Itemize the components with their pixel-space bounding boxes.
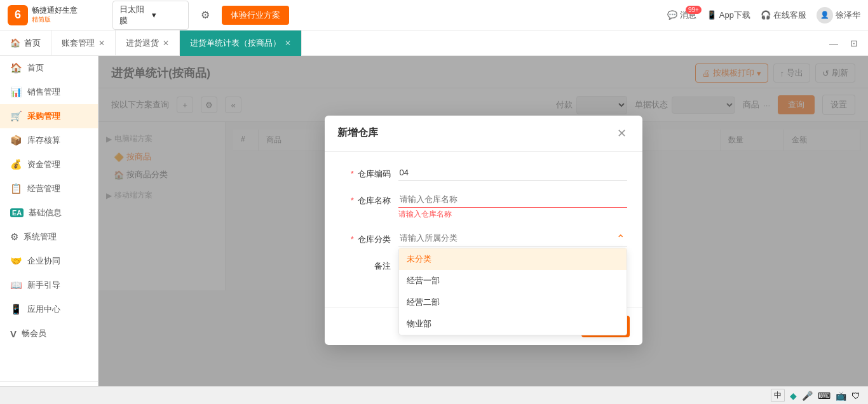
dropdown-item-2[interactable]: 经营二部 <box>399 292 627 313</box>
name-required-star: * <box>351 196 354 205</box>
name-input[interactable] <box>398 191 627 208</box>
system-icon: ⚙ <box>10 231 18 243</box>
sidebar-item-sales[interactable]: 📊 销售管理 <box>0 80 98 104</box>
home-sidebar-icon: 🏠 <box>10 62 22 74</box>
logo-text: 畅捷通好生意 <box>32 6 78 16</box>
appcenter-icon: 📱 <box>10 304 22 315</box>
dropdown-item-3[interactable]: 物业部 <box>399 313 627 335</box>
guide-icon: 📖 <box>10 279 22 291</box>
message-icon: 💬 <box>667 10 677 20</box>
zh-input-indicator[interactable]: 中 <box>771 389 785 402</box>
tab-purchase-stats[interactable]: 进货单统计表（按商品） ✕ <box>180 30 302 56</box>
keyboard-icon[interactable]: ⌨ <box>818 391 831 401</box>
code-field: * 仓库编码 <box>340 165 627 181</box>
sidebar-item-finance[interactable]: 💰 资金管理 <box>0 152 98 177</box>
sidebar-appcenter-label: 应用中心 <box>27 304 60 315</box>
sidebar-item-system[interactable]: ⚙ 系统管理 <box>0 225 98 249</box>
name-label: * 仓库名称 <box>340 191 391 206</box>
store-dropdown-icon: ▾ <box>152 10 182 20</box>
sidebar-item-vip[interactable]: V 畅会员 <box>0 321 98 346</box>
sidebar-item-inventory[interactable]: 📦 库存核算 <box>0 128 98 152</box>
dropdown-item-0[interactable]: 未分类 <box>399 248 627 270</box>
modal-close-btn[interactable]: ✕ <box>614 126 630 141</box>
sidebar-management-label: 经营管理 <box>27 183 60 194</box>
tab-account-close[interactable]: ✕ <box>98 39 105 48</box>
sidebar-home-label: 首页 <box>27 62 44 74</box>
code-input-wrap <box>398 165 627 181</box>
store-name: 日太阳膜 <box>119 4 149 27</box>
note-label: 备注 <box>340 257 391 272</box>
category-required-star: * <box>351 234 354 244</box>
sidebar-collab-label: 企业协同 <box>27 255 60 267</box>
finance-icon: 💰 <box>10 159 22 170</box>
dropdown-item-1[interactable]: 经营一部 <box>399 270 627 292</box>
online-service-item[interactable]: 🎧 在线客服 <box>761 10 806 21</box>
sidebar-item-guide[interactable]: 📖 新手引导 <box>0 273 98 297</box>
mic-icon[interactable]: 🎤 <box>802 391 813 401</box>
collab-icon: 🤝 <box>10 255 22 267</box>
basic-icon: EA <box>10 208 24 217</box>
sidebar-system-label: 系统管理 <box>24 231 57 243</box>
name-input-wrap: 请输入仓库名称 <box>398 191 627 220</box>
monitor-icon[interactable]: 📺 <box>836 391 846 401</box>
tab-purchase-return-label: 进货退货 <box>126 37 159 49</box>
vip-icon: V <box>10 328 17 339</box>
category-field: * 仓库分类 ⌃ 未分类 经营一部 经 <box>340 230 627 246</box>
tab-bar: 🏠 首页 账套管理 ✕ 进货退货 ✕ 进货单统计表（按商品） ✕ — ⊡ <box>0 30 868 56</box>
home-icon: 🏠 <box>10 38 20 48</box>
message-badge: 99+ <box>686 6 702 14</box>
sales-icon: 📊 <box>10 86 22 98</box>
management-icon: 📋 <box>10 183 22 194</box>
category-label: * 仓库分类 <box>340 230 391 245</box>
tab-expand-btn[interactable]: ⊡ <box>845 34 863 52</box>
code-required-star: * <box>351 169 354 178</box>
logo-badge: 精简版 <box>32 15 78 24</box>
top-nav: 6 畅捷通好生意 精简版 日太阳膜 ▾ ⚙ 体验行业方案 💬 消息 99+ 📱 … <box>0 0 868 30</box>
tab-purchase-stats-close[interactable]: ✕ <box>285 39 291 48</box>
content-area: 进货单统计(按商品) 🖨 按模板打印 ▾ ↑ 导出 ↺ 刷新 <box>98 56 868 404</box>
code-label: * 仓库编码 <box>340 165 391 180</box>
tab-home-label: 首页 <box>24 37 41 49</box>
purchase-icon: 🛒 <box>10 111 22 122</box>
sidebar-item-appcenter[interactable]: 📱 应用中心 <box>0 297 98 321</box>
sidebar-item-management[interactable]: 📋 经营管理 <box>0 177 98 201</box>
settings-btn[interactable]: ⚙ <box>195 5 215 25</box>
headset-icon: 🎧 <box>761 10 771 20</box>
category-arrow-icon[interactable]: ⌃ <box>616 232 625 244</box>
app-download-item[interactable]: 📱 App下载 <box>707 10 750 21</box>
sidebar-item-basic[interactable]: EA 基础信息 <box>0 201 98 225</box>
sidebar-item-home[interactable]: 🏠 首页 <box>0 56 98 80</box>
modal-overlay: 新增仓库 ✕ * 仓库编码 <box>98 56 868 404</box>
tab-purchase-return-close[interactable]: ✕ <box>163 39 169 48</box>
tab-account[interactable]: 账套管理 ✕ <box>51 30 116 56</box>
modal-body: * 仓库编码 * 仓库名称 <box>325 152 642 307</box>
sidebar-basic-label: 基础信息 <box>29 207 62 219</box>
sidebar-purchase-label: 采购管理 <box>27 111 60 122</box>
sidebar-inventory-label: 库存核算 <box>27 135 60 146</box>
tab-account-label: 账套管理 <box>62 37 95 49</box>
code-input[interactable] <box>398 165 627 181</box>
sidebar-guide-label: 新手引导 <box>27 279 60 291</box>
store-selector[interactable]: 日太阳膜 ▾ <box>112 1 189 30</box>
inventory-icon: 📦 <box>10 135 22 146</box>
message-item[interactable]: 💬 消息 99+ <box>667 10 696 21</box>
user-item[interactable]: 👤 徐泽华 <box>817 7 860 24</box>
tab-purchase-stats-label: 进货单统计表（按商品） <box>190 37 281 49</box>
category-select-wrapper: ⌃ <box>398 230 627 246</box>
sidebar: 🏠 首页 📊 销售管理 🛒 采购管理 📦 库存核算 💰 资金管理 📋 经营管理 … <box>0 56 98 404</box>
trial-button[interactable]: 体验行业方案 <box>222 6 289 25</box>
tab-home[interactable]: 🏠 首页 <box>0 30 51 56</box>
nav-right: 💬 消息 99+ 📱 App下载 🎧 在线客服 👤 徐泽华 <box>667 7 860 24</box>
app-download-label: App下载 <box>719 10 750 21</box>
sidebar-item-collab[interactable]: 🤝 企业协同 <box>0 249 98 273</box>
shield-icon[interactable]: 🛡 <box>851 391 860 401</box>
tab-purchase-return[interactable]: 进货退货 ✕ <box>116 30 180 56</box>
modal-title: 新增仓库 <box>337 126 378 140</box>
tab-collapse-btn[interactable]: — <box>825 34 843 52</box>
category-input[interactable] <box>398 230 627 246</box>
sidebar-item-purchase[interactable]: 🛒 采购管理 <box>0 104 98 128</box>
user-avatar: 👤 <box>817 7 833 24</box>
tab-actions: — ⊡ <box>825 34 868 52</box>
category-input-wrap: ⌃ 未分类 经营一部 经营二部 物业部 <box>398 230 627 246</box>
bottom-status-bar: 中 ◆ 🎤 ⌨ 📺 🛡 <box>0 386 868 404</box>
